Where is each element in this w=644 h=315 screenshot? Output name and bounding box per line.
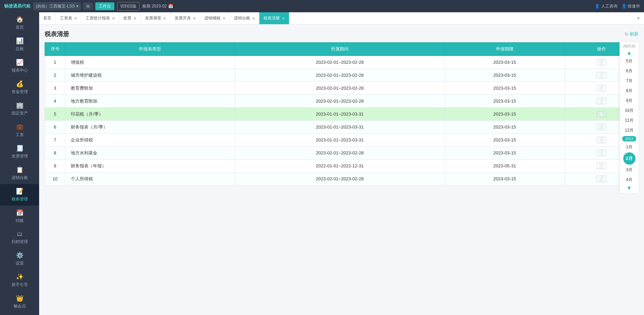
sidebar-item-ledger[interactable]: 📊 总账 — [0, 34, 39, 55]
page-title: 税表清册 — [45, 30, 69, 38]
workbench-button[interactable]: 工作台 — [95, 2, 114, 10]
cell-no: 8 — [45, 147, 65, 160]
action-btn[interactable]: 📄 — [597, 124, 606, 130]
refresh-button[interactable]: ↻ 刷新 — [625, 31, 639, 37]
user-name[interactable]: 👤 徐逢华 — [622, 3, 640, 9]
cell-deadline: 2023-03-15 — [445, 69, 565, 82]
cell-type: 个人所得税 — [65, 172, 235, 185]
tab-tax-list[interactable]: 税表清册 × — [259, 12, 289, 25]
date-panel-up[interactable]: ▲ — [625, 49, 634, 56]
cell-type: 印花税（月/季） — [65, 108, 235, 121]
content-area: 首页 工资表 × 工资统计报表 × 发票 × 发票测算 × 发票开具 × — [39, 12, 644, 315]
cell-period: 2023-01-01~2023-03-31 — [235, 134, 445, 147]
cancel-fixed[interactable]: 📌 取消固定 — [0, 313, 39, 315]
sidebar-item-closing[interactable]: 📅 结账 — [0, 206, 39, 227]
tab-invoice-issue[interactable]: 发票开具 × — [171, 12, 200, 25]
tab-close-icon[interactable]: × — [74, 16, 77, 21]
cell-no: 7 — [45, 134, 65, 147]
month-9[interactable]: 9月 — [622, 96, 637, 105]
table-row: 5 印花税（月/季） 2023-01-01~2023-03-31 2023-03… — [45, 108, 639, 121]
tab-home[interactable]: 首页 — [39, 12, 56, 25]
calendar-icon[interactable]: 📅 — [168, 4, 173, 9]
cell-period: 2023-01-01~2023-03-31 — [235, 121, 445, 134]
tab-close-icon[interactable]: × — [223, 16, 225, 21]
sidebar-item-guide[interactable]: ✨ 新手引导 — [0, 270, 39, 291]
sidebar-item-purchase[interactable]: 📋 进销台账 — [0, 163, 39, 184]
company-dropdown[interactable]: (勿动）江西服宝-LSS ▾ — [33, 2, 81, 10]
sidebar-item-invoice[interactable]: 🧾 发票管理 — [0, 141, 39, 163]
human-consult[interactable]: 👤 人工咨询 — [595, 3, 617, 9]
action-btn[interactable]: 📄 — [597, 85, 606, 91]
sidebar-item-report[interactable]: 📈 报表中心 — [0, 55, 39, 77]
sidebar-item-member[interactable]: 👑 畅会员 — [0, 291, 39, 313]
tab-purchase-audit[interactable]: 进销稽核 × — [200, 12, 230, 25]
sidebar-item-salary[interactable]: 💼 工资 — [0, 120, 39, 141]
tab-close-icon[interactable]: × — [252, 16, 255, 21]
date-panel: 2023.02 ▲ 5月 6月 7月 8月 9月 10月 11月 12月 202… — [619, 42, 639, 193]
month-5[interactable]: 5月 — [622, 57, 637, 66]
month-12[interactable]: 12月 — [622, 126, 637, 135]
table-header-row: 序号 申报表类型 所属期间 申报期限 操作 — [45, 43, 639, 56]
table-row: 7 企业所得税 2023-01-01~2023-03-31 2023-03-15… — [45, 134, 639, 147]
month-6[interactable]: 6月 — [622, 66, 637, 76]
action-btn[interactable]: 📄 — [597, 72, 606, 78]
page-header: 税表清册 ↻ 刷新 — [45, 30, 639, 38]
month-10[interactable]: 10月 — [622, 106, 637, 115]
tab-purchase-ledger[interactable]: 进销台账 × — [230, 12, 259, 25]
sidebar-item-fund[interactable]: 💰 资金管理 — [0, 77, 39, 98]
sidebar-item-tax[interactable]: 📝 税务管理 — [0, 184, 39, 206]
action-btn[interactable]: 📄 — [597, 150, 606, 156]
cell-deadline: 2023-03-15 — [445, 56, 565, 69]
cell-type: 财务报表（年报） — [65, 160, 235, 172]
action-btn[interactable]: 📄 — [597, 176, 606, 182]
sidebar-item-label: 新手引导 — [12, 282, 28, 288]
table-row: 10 个人所得税 2023-02-01~2023-02-28 2023-03-1… — [45, 172, 639, 185]
page-wrapper: 序号 申报表类型 所属期间 申报期限 操作 1 增值税 2023-02-01~2… — [45, 42, 639, 185]
month-3[interactable]: 3月 — [622, 165, 637, 175]
period-area: 账期 2023-02 📅 — [142, 3, 173, 9]
sidebar-item-label: 总账 — [16, 46, 24, 52]
sidebar-item-assets[interactable]: 🏢 固定资产 — [0, 98, 39, 120]
cell-type: 地方教育附加 — [65, 95, 235, 108]
tab-label: 税表清册 — [263, 15, 280, 21]
tab-close-icon[interactable]: × — [193, 16, 196, 21]
tab-close-icon[interactable]: × — [133, 16, 136, 21]
month-2-current[interactable]: 2月 — [623, 152, 635, 165]
tab-salary-table[interactable]: 工资表 × — [56, 12, 81, 25]
month-7[interactable]: 7月 — [622, 76, 637, 86]
tab-salary-report[interactable]: 工资统计报表 × — [81, 12, 119, 25]
date-panel-down[interactable]: ▼ — [625, 185, 634, 192]
month-1[interactable]: 1月 — [622, 142, 637, 152]
settings-icon: ⚙️ — [16, 252, 23, 259]
cell-deadline: 2023-03-15 — [445, 108, 565, 121]
col-no: 序号 — [45, 43, 65, 56]
action-btn[interactable]: 📄 — [597, 98, 606, 104]
action-btn[interactable]: 📄 — [597, 137, 606, 143]
month-11[interactable]: 11月 — [622, 116, 637, 125]
table-row: 2 城市维护建设税 2023-02-01~2023-02-28 2023-03-… — [45, 69, 639, 82]
tab-bar-close[interactable]: × — [633, 15, 644, 21]
table-row: 3 教育费附加 2023-02-01~2023-02-28 2023-03-15… — [45, 82, 639, 95]
sidebar-item-home[interactable]: 🏠 首页 — [0, 12, 39, 34]
action-btn[interactable]: 📄 — [597, 163, 606, 169]
action-btn[interactable]: 📄 — [597, 59, 606, 65]
cell-period: 2023-02-01~2023-02-28 — [235, 56, 445, 69]
period-label: 账期 — [142, 3, 150, 9]
sidebar-item-label: 税务管理 — [12, 196, 28, 202]
sidebar-item-label: 进销台账 — [12, 175, 28, 181]
sidebar-item-settings[interactable]: ⚙️ 设置 — [0, 248, 39, 270]
tab-invoice-calc[interactable]: 发票测算 × — [141, 12, 171, 25]
tab-close-icon[interactable]: × — [112, 16, 115, 21]
col-type: 申报表类型 — [65, 43, 235, 56]
copy-button[interactable]: ⧉ — [83, 3, 93, 10]
tab-invoice[interactable]: 发票 × — [119, 12, 141, 25]
col-period: 所属期间 — [235, 43, 445, 56]
action-btn[interactable]: 📄 — [597, 111, 606, 117]
tab-close-icon[interactable]: × — [163, 16, 166, 21]
month-8[interactable]: 8月 — [622, 86, 637, 95]
sidebar-item-archive[interactable]: 🗂 归档管理 — [0, 227, 39, 248]
switch-old-button[interactable]: 切到旧版 — [117, 2, 140, 11]
month-4[interactable]: 4月 — [622, 175, 637, 184]
cell-deadline: 2023-05-31 — [445, 160, 565, 172]
tab-close-icon[interactable]: × — [282, 16, 285, 21]
